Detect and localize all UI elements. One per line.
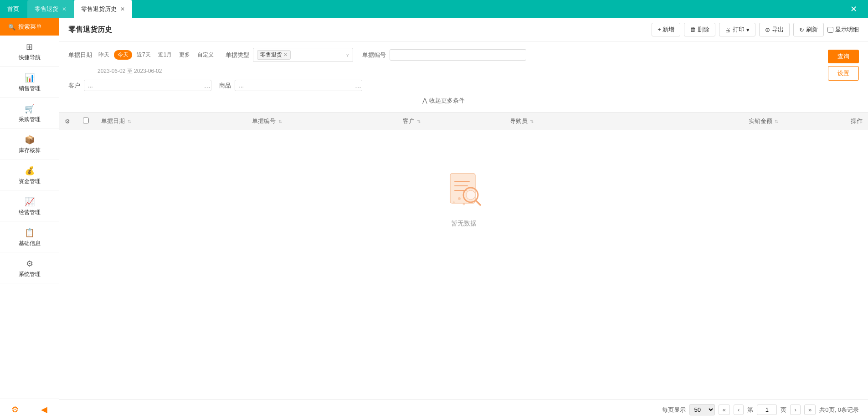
doc-num-label: 单据编号 (362, 51, 386, 59)
shortcut-yesterday[interactable]: 昨天 (96, 50, 112, 60)
th-doc-date[interactable]: 单据日期 ⇅ (96, 113, 247, 130)
th-checkbox[interactable] (77, 113, 96, 130)
export-label: 导出 (772, 26, 784, 34)
shortcut-today[interactable]: 今天 (114, 50, 132, 60)
refresh-icon: ↻ (799, 26, 804, 33)
doc-type-tag-close[interactable]: ✕ (283, 52, 288, 58)
page-label: 第 (747, 406, 753, 414)
main-layout: 🔍 搜索菜单 ⊞ 快捷导航 📊 销售管理 🛒 采购管理 📦 库存核算 💰 资金管… (0, 18, 868, 420)
collapse-filter-button[interactable]: ⋀ 收起更多条件 (422, 97, 465, 105)
th-settings[interactable]: ⚙ (59, 113, 77, 130)
sidebar-item-base-info[interactable]: 📋 基础信息 (0, 221, 59, 252)
settings-bottom-icon[interactable]: ⚙ (11, 405, 19, 415)
quick-nav-icon: ⊞ (26, 42, 33, 52)
th-doc-num[interactable]: 单据编号 ⇅ (247, 113, 397, 130)
sidebar-item-label: 基础信息 (19, 240, 41, 247)
tab-home[interactable]: 首页 (0, 0, 26, 18)
doc-type-select[interactable]: 零售退货 ✕ ∨ (253, 48, 353, 62)
tab-bar: 首页 零售退货 ✕ 零售退货历史 ✕ (0, 0, 847, 18)
tab-retail-return-close[interactable]: ✕ (62, 6, 67, 12)
page-size-select[interactable]: 20 50 100 (689, 404, 715, 415)
tab-retail-return[interactable]: 零售退货 ✕ (27, 0, 74, 18)
th-customer-label: 客户 (403, 118, 415, 124)
shortcut-custom[interactable]: 自定义 (195, 50, 216, 60)
sidebar-item-sales-mgmt[interactable]: 📊 销售管理 (0, 67, 59, 97)
shortcut-more[interactable]: 更多 (176, 50, 193, 60)
sidebar-item-operation[interactable]: 📈 经营管理 (0, 190, 59, 221)
doc-num-input[interactable] (390, 49, 526, 61)
filter-customer: 客户 ... (68, 80, 210, 91)
tab-retail-return-history-close[interactable]: ✕ (120, 6, 125, 12)
export-button[interactable]: ⊙ 导出 (759, 23, 790, 36)
page-number-input[interactable] (757, 405, 777, 415)
empty-icon (441, 167, 487, 212)
doc-type-arrow: ∨ (346, 52, 349, 57)
sidebar-item-label: 资金管理 (19, 178, 41, 185)
show-detail-checkbox[interactable] (827, 27, 833, 33)
delete-button[interactable]: 🗑 删除 (684, 23, 715, 36)
next-page-button[interactable]: › (790, 405, 800, 415)
tab-retail-return-history[interactable]: 零售退货历史 ✕ (74, 0, 132, 18)
purchase-mgmt-icon: 🛒 (25, 104, 35, 114)
query-set-buttons: 查询 设置 (828, 50, 859, 81)
print-icon: 🖨 (725, 26, 731, 33)
collapse-sidebar-icon[interactable]: ◀ (41, 405, 47, 415)
table-body: 暂无数据 (59, 130, 868, 265)
doc-date-sort-icon: ⇅ (128, 119, 131, 124)
th-guide[interactable]: 导购员 ⇅ (504, 113, 633, 130)
pagination-footer: 每页显示 20 50 100 « ‹ 第 页 › » 共0页, 0条记录 (59, 399, 868, 420)
page-size-label: 每页显示 (662, 406, 686, 414)
sidebar-item-inventory[interactable]: 📦 库存核算 (0, 128, 59, 159)
svg-point-8 (453, 201, 455, 203)
page-title: 零售退货历史 (68, 25, 112, 35)
sidebar-item-system[interactable]: ⚙ 系统管理 (0, 252, 59, 283)
th-amount-label: 实销金额 (749, 118, 772, 124)
th-doc-date-label: 单据日期 (101, 118, 125, 124)
search-icon: 🔍 (8, 24, 15, 31)
search-menu-button[interactable]: 🔍 搜索菜单 (0, 18, 59, 36)
select-all-checkbox[interactable] (83, 118, 89, 123)
show-detail-checkbox-label[interactable]: 显示明细 (827, 26, 859, 34)
table-area: ⚙ 单据日期 ⇅ 单据编号 ⇅ (59, 112, 868, 399)
th-amount[interactable]: 实销金额 ⇅ (633, 113, 784, 130)
goods-input[interactable] (235, 80, 362, 91)
settings-icon[interactable]: ⚙ (65, 118, 70, 125)
sidebar-item-finance[interactable]: 💰 资金管理 (0, 159, 59, 190)
last-page-button[interactable]: » (804, 405, 816, 415)
goods-label: 商品 (219, 82, 231, 90)
filter-doc-type: 单据类型 零售退货 ✕ ∨ (226, 48, 353, 62)
th-guide-label: 导购员 (510, 118, 528, 124)
customer-input[interactable] (84, 80, 211, 91)
add-button[interactable]: + 新增 (652, 23, 680, 36)
filter-row-2: 客户 ... 商品 ... (68, 80, 819, 91)
print-button[interactable]: 🖨 打印 ▾ (719, 23, 755, 36)
shortcut-last7[interactable]: 近7天 (134, 50, 154, 60)
set-button[interactable]: 设置 (828, 66, 859, 81)
inventory-icon: 📦 (25, 135, 35, 145)
sidebar-item-quick-nav[interactable]: ⊞ 快捷导航 (0, 36, 59, 67)
finance-icon: 💰 (25, 166, 35, 176)
query-button[interactable]: 查询 (828, 50, 859, 63)
refresh-button[interactable]: ↻ 刷新 (793, 23, 824, 36)
system-icon: ⚙ (26, 259, 33, 269)
date-filter-label: 单据日期 (68, 51, 92, 59)
amount-sort-icon: ⇅ (775, 119, 778, 124)
guide-sort-icon: ⇅ (530, 119, 534, 124)
window-close-button[interactable]: ✕ (847, 4, 861, 14)
first-page-button[interactable]: « (719, 405, 730, 415)
empty-state: 暂无数据 (59, 130, 868, 264)
th-customer[interactable]: 客户 ⇅ (397, 113, 504, 130)
sales-mgmt-icon: 📊 (25, 73, 35, 83)
content-area: 零售退货历史 + 新增 🗑 删除 🖨 打印 ▾ ⊙ 导出 ↻ 刷新 (59, 18, 868, 420)
sidebar-item-purchase-mgmt[interactable]: 🛒 采购管理 (0, 97, 59, 128)
shortcut-last1m[interactable]: 近1月 (155, 50, 175, 60)
sidebar: 🔍 搜索菜单 ⊞ 快捷导航 📊 销售管理 🛒 采购管理 📦 库存核算 💰 资金管… (0, 18, 59, 420)
svg-point-7 (458, 197, 461, 200)
tab-home-label: 首页 (7, 5, 19, 13)
th-ops-label: 操作 (851, 118, 863, 124)
prev-page-button[interactable]: ‹ (734, 405, 744, 415)
doc-type-tag: 零售退货 ✕ (257, 50, 291, 60)
sidebar-item-label: 经营管理 (19, 209, 41, 216)
empty-text: 暂无数据 (451, 220, 477, 228)
doc-type-tag-text: 零售退货 (260, 51, 282, 59)
